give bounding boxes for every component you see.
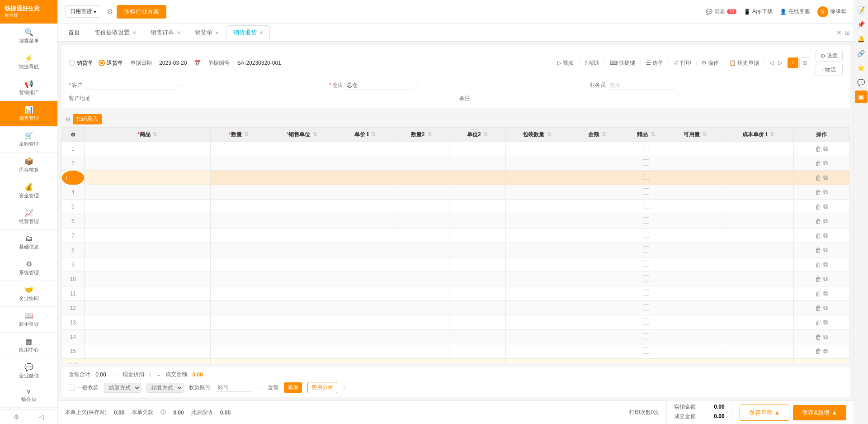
qty2-cell-3[interactable] <box>393 171 449 185</box>
nav-prev-btn[interactable]: ◁ <box>769 60 774 66</box>
cp-10[interactable]: ⧉ <box>823 275 828 283</box>
gift-cb-7[interactable] <box>643 232 649 238</box>
right-icon-chat[interactable]: 💬 <box>855 76 868 89</box>
packqty-cell-3[interactable] <box>505 171 569 185</box>
sidebar-item-finance[interactable]: 💰 资金管理 <box>0 178 57 204</box>
qty-cell-3[interactable] <box>211 171 267 185</box>
sidebar-item-basic[interactable]: 🗂 基础信息 <box>0 230 57 255</box>
close-all-tabs-btn[interactable]: ✕ <box>836 29 842 36</box>
del-4[interactable]: 🗑 <box>815 189 821 196</box>
radio-return-item[interactable]: 退货单 <box>99 59 123 67</box>
remark-input[interactable] <box>472 94 843 103</box>
sidebar-item-search[interactable]: 🔍 搜索菜单 <box>0 24 57 49</box>
sort-amount-icon[interactable]: ⇅ <box>601 131 606 138</box>
table-scroll[interactable]: ⚙ *商品 ⇅ *数量 ⇅ *销售单位 ⇅ <box>61 128 850 363</box>
qty2-cell-1[interactable] <box>393 142 449 156</box>
operate-btn[interactable]: ⚙ 操作 <box>702 59 719 67</box>
sidebar-item-purchase[interactable]: 🛒 采购管理 <box>0 127 57 152</box>
right-icon-bell[interactable]: 🔔 <box>855 33 868 45</box>
gift-cb-6[interactable] <box>643 217 649 224</box>
cp-5[interactable]: ⧉ <box>823 203 828 210</box>
print-btn[interactable]: 🖨 打印 <box>674 59 691 67</box>
price-cell-3[interactable] <box>337 171 393 185</box>
gift-cell-2[interactable] <box>625 156 667 171</box>
setting-btn[interactable]: ⚙ 设置 <box>816 50 843 62</box>
gift-cb-13[interactable] <box>643 319 649 325</box>
calendar-icon[interactable]: 📅 <box>194 60 201 66</box>
packqty-cell-2[interactable] <box>505 156 569 171</box>
gift-cb-14[interactable] <box>643 333 649 339</box>
fee-split-btn[interactable]: 费用分摊 <box>307 382 337 393</box>
packqty-cell-1[interactable] <box>505 142 569 156</box>
price-cell-2[interactable] <box>337 156 393 171</box>
topbar-gear-icon[interactable]: ⚙ <box>107 7 113 16</box>
product-cell-3[interactable] <box>84 171 211 185</box>
account-dots[interactable]: ··· <box>258 385 262 391</box>
unit-cell-1[interactable] <box>267 142 337 156</box>
tab-close-price-setting[interactable]: ✕ <box>132 30 136 35</box>
shortcut-btn[interactable]: ⌨ 快捷键 <box>610 59 635 67</box>
cp-7[interactable]: ⧉ <box>823 232 828 239</box>
product-input-3[interactable] <box>88 174 207 181</box>
avail-cell-3[interactable] <box>667 171 723 185</box>
qty-cell-2[interactable] <box>211 156 267 171</box>
customer-input[interactable] <box>85 81 175 90</box>
del-11[interactable]: 🗑 <box>815 290 821 297</box>
cp-15[interactable]: ⧉ <box>823 348 828 355</box>
sort-qty2-icon[interactable]: ⇅ <box>427 131 432 138</box>
cp-6[interactable]: ⧉ <box>823 217 828 225</box>
radio-sale-item[interactable]: 销货单 <box>69 59 93 67</box>
expand-tabs-btn[interactable]: ⊞ <box>844 29 850 36</box>
right-icon-notes[interactable]: 📝 <box>855 4 868 16</box>
unit2-cell-2[interactable] <box>449 156 505 171</box>
copy-row-2-btn[interactable]: ⧉ <box>823 159 828 167</box>
salesperson-dots[interactable]: ··· <box>677 82 682 89</box>
warehouse-input[interactable] <box>345 81 413 90</box>
sidebar-item-newbie[interactable]: 📖 新手引导 <box>0 307 57 333</box>
app-download-btn[interactable]: 📱 App下载 <box>744 8 773 15</box>
cp-11[interactable]: ⧉ <box>823 290 828 297</box>
save-new-btn[interactable]: 保存&新增 ▲ <box>793 405 846 420</box>
cp-8[interactable]: ⧉ <box>823 246 828 254</box>
del-14[interactable]: 🗑 <box>815 333 821 341</box>
gift-checkbox-1[interactable] <box>643 145 649 151</box>
select-btn[interactable]: ☰ 选单 <box>646 59 663 67</box>
wuliu-btn[interactable]: + 物流 <box>816 64 843 76</box>
qty-cell-1[interactable] <box>211 142 267 156</box>
message-btn[interactable]: 💬 消息 70 <box>706 8 736 15</box>
sort-packqty-icon[interactable]: ⇅ <box>547 131 552 138</box>
tab-sales-delivery[interactable]: 销货单 ✕ <box>188 25 226 39</box>
warehouse-dots[interactable]: ··· <box>415 82 419 89</box>
gift-cb-9[interactable] <box>643 261 649 267</box>
cp-9[interactable]: ⧉ <box>823 261 828 268</box>
del-7[interactable]: 🗑 <box>815 232 821 239</box>
sidebar-item-apps[interactable]: ▦ 应用中心 <box>0 333 57 358</box>
cp-12[interactable]: ⧉ <box>823 304 828 312</box>
del-5[interactable]: 🗑 <box>815 203 821 210</box>
sort-product-icon[interactable]: ⇅ <box>153 131 157 138</box>
right-icon-link[interactable]: 🔗 <box>855 47 868 60</box>
gift-checkbox-3[interactable] <box>643 174 649 180</box>
del-6[interactable]: 🗑 <box>815 218 821 225</box>
sidebar-item-wechat[interactable]: 💬 企业微信 <box>0 358 57 384</box>
add-row-btn[interactable]: + <box>62 173 71 182</box>
view-grid-btn[interactable]: ⊞ <box>799 57 810 68</box>
gift-cb-11[interactable] <box>643 290 649 296</box>
product-cell-1[interactable] <box>84 142 211 156</box>
sort-price-icon[interactable]: ⇅ <box>371 131 376 138</box>
amount-cell-1[interactable] <box>569 142 625 156</box>
delete-row-2-btn[interactable]: 🗑 <box>815 160 821 167</box>
del-12[interactable]: 🗑 <box>815 305 821 312</box>
delete-row-3-btn[interactable]: 🗑 <box>815 174 821 181</box>
user-profile[interactable]: 徐 徐泽华 <box>817 6 846 17</box>
avail-cell-2[interactable] <box>667 156 723 171</box>
copy-row-1-btn[interactable]: ⧉ <box>823 145 828 152</box>
trial-btn[interactable]: 体验行业方案 <box>117 5 166 19</box>
unit-cell-3[interactable] <box>267 171 337 185</box>
industry-selector[interactable]: 日用百货 ▾ <box>65 5 101 18</box>
nav-next-btn[interactable]: ▷ <box>778 60 782 66</box>
delete-row-1-btn[interactable]: 🗑 <box>815 145 821 152</box>
right-icon-star[interactable]: ⭐ <box>855 62 868 74</box>
sort-cost-icon[interactable]: ⇅ <box>770 131 774 138</box>
amount-cell-2[interactable] <box>569 156 625 171</box>
